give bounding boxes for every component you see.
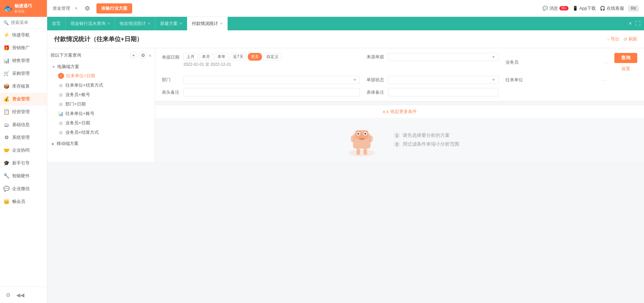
guide-icon: 🎓 [3,160,9,166]
tab-new-scheme-close[interactable]: × [180,21,182,26]
dept-select[interactable]: ▼ [183,76,360,84]
basic-icon: 🗂 [3,122,9,128]
scheme-item-unit-account[interactable]: 📊 往来单位+账号 [51,109,151,118]
user-avatar[interactable]: Rit [628,5,639,11]
filter-form: 单据日期 上月 本月 本年 近7天 更多 自定义 20 [155,48,644,101]
desktop-group-label: 电脑端方案 [57,64,79,70]
scheme-item-unit-settle[interactable]: ⊞ 往来单位+结算方式 [51,81,151,90]
tab-receipts-close[interactable]: × [148,21,150,26]
status-select[interactable]: ▼ [388,76,498,84]
sidebar-item-jingying[interactable]: 📋 经营管理 [0,105,47,118]
scheme-item-unit-date[interactable]: ✓ 往来单位+日期 [51,71,151,81]
sidebar-item-label: 新手引导 [12,160,30,166]
robot-svg [340,118,384,162]
tab-payments-label: 付款情况统计 [192,21,218,27]
refresh-label: 刷新 [628,36,637,42]
sidebar-item-xiaoshou[interactable]: 📊 销售管理 [0,54,47,67]
export-btn[interactable]: ↑ 导出 [607,36,620,42]
tab-payments[interactable]: 付款情况统计 × [187,17,228,30]
online-service-label: 在线客服 [607,5,624,11]
add-scheme-btn[interactable]: + [130,52,137,59]
salesman-dots[interactable]: ··· [603,60,609,65]
date-btn-lastmonth[interactable]: 上月 [183,53,198,61]
mobile-group-title[interactable]: ▶ 移动端方案 [51,139,151,148]
sidebar-item-xitong[interactable]: ⚙ 系统管理 [0,131,47,144]
industry-btn[interactable]: 体验行业方案 [96,3,132,13]
app-download-btn[interactable]: 📱 App下载 [573,5,596,11]
sidebar-footer: ⚙ ◀◀ [0,286,47,303]
date-btn-more[interactable]: 更多 [248,53,262,61]
mobile-scheme-group: ▶ 移动端方案 [51,139,151,148]
tab-bank[interactable]: 现金银行流水查询 × [66,17,115,30]
messages-btn[interactable]: 💬 消息 99+ [543,5,568,11]
search-menu[interactable]: 🔍 搜索菜单 [0,17,47,29]
logo-sub: 标准版 [14,9,32,14]
date-btn-thismonth[interactable]: 本月 [199,53,213,61]
scheme-item-staff-settle[interactable]: ⊞ 业务员+结算方式 [51,128,151,137]
filter-dept-group: 部门 ▼ [162,76,360,84]
date-btn-last7days[interactable]: 近7天 [230,53,246,61]
scheme-item-dept-date[interactable]: ⊞ 部门+日期 [51,99,151,109]
svg-rect-7 [359,138,364,140]
message-icon: 💬 [543,6,548,11]
refresh-btn[interactable]: ↺ 刷新 [623,36,637,42]
topbar-breadcrumb: 资金管理 [53,5,70,11]
topbar-nav-dropdown[interactable]: 资金管理 [53,5,70,11]
sidebar: 🐟 畅捷通巧 标准版 🔍 搜索菜单 ⚡ 快捷导航 🎁 营销推广 📊 销售管理 🛒… [0,0,47,303]
svg-rect-11 [363,149,367,155]
unit-label: 往来单位 [505,77,523,83]
desktop-group-title[interactable]: ▼ 电脑端方案 [51,62,151,71]
sidebar-item-caigou[interactable]: 🛒 采购管理 [0,67,47,80]
collapse-more-btn[interactable]: ∧∧ 收起更多条件 [155,105,644,118]
settings-scheme-btn[interactable]: ⚙ [139,52,147,59]
tab-bank-close[interactable]: × [108,21,110,26]
sidebar-item-label: 畅会员 [12,199,25,205]
filter-salesman-group: 业务员 ··· 查询 设置 [505,53,637,72]
hardware-icon: 🔧 [3,173,9,179]
settings-link[interactable]: 设置 [614,66,637,72]
body-note-input[interactable] [388,88,498,96]
sidebar-item-zijin[interactable]: 💰 资金管理 [0,93,47,105]
tip-text-1: 请先选择要分析的方案 [403,132,450,139]
tab-maximize-btn[interactable]: ⛶ [635,21,641,27]
sidebar-item-changhui[interactable]: 👑 畅会员 [0,195,47,208]
sidebar-item-label: 采购管理 [12,70,30,77]
tab-new-scheme[interactable]: 新建方案 × [155,17,187,30]
sidebar-item-yingxiao[interactable]: 🎁 营销推广 [0,41,47,54]
tab-payments-close[interactable]: × [220,21,223,26]
desktop-group-arrow: ▼ [52,65,55,69]
source-select[interactable]: ▼ [388,53,498,61]
sidebar-item-kucun[interactable]: 📦 库存核算 [0,80,47,93]
collapse-sidebar-btn[interactable]: ◀◀ [16,290,25,300]
query-btn[interactable]: 查询 [614,53,637,63]
sidebar-item-kuaijie[interactable]: ⚡ 快捷导航 [0,29,47,41]
scheme-item-staff-account[interactable]: ⊞ 业务员+账号 [51,90,151,99]
sidebar-item-qiye[interactable]: 🤝 企业协同 [0,144,47,157]
tab-home[interactable]: 首页 [47,17,66,30]
scheme-item-staff-date[interactable]: ⊞ 业务员+日期 [51,118,151,128]
sidebar-item-label: 企业协同 [12,147,30,153]
tip-text-2: 用过滤条件来缩小分析范围 [403,141,459,147]
header-note-input[interactable] [183,88,360,96]
left-panel-title: 按以下方案查询 [51,52,81,58]
service-icon: 🎧 [600,6,605,11]
date-btn-custom[interactable]: 自定义 [263,53,282,61]
online-service-btn[interactable]: 🎧 在线客服 [600,5,624,11]
date-btn-thisyear[interactable]: 本年 [214,53,229,61]
tab-close-all-btn[interactable]: × [629,21,632,27]
tab-new-scheme-label: 新建方案 [160,21,178,27]
settings-footer-btn[interactable]: ⚙ [3,290,13,300]
sidebar-item-weixin[interactable]: 💬 企业微信 [0,182,47,195]
status-select-arrow: ▼ [492,78,496,82]
refresh-icon: ↺ [623,37,627,42]
topbar-config-btn[interactable]: ⚙ [82,3,92,13]
mobile-group-label: 移动端方案 [57,141,79,147]
scheme-item-label: 部门+日期 [65,101,86,107]
sidebar-item-xinshou[interactable]: 🎓 新手引导 [0,157,47,170]
svg-rect-10 [356,149,360,155]
sidebar-item-jichu[interactable]: 🗂 基础信息 [0,118,47,131]
tab-receipts[interactable]: 收款情况统计 × [115,17,155,30]
collapse-left-panel-btn[interactable]: « [149,53,151,58]
sidebar-item-zhineng[interactable]: 🔧 智能硬件 [0,170,47,182]
unit-dots[interactable]: ··· [602,78,608,83]
